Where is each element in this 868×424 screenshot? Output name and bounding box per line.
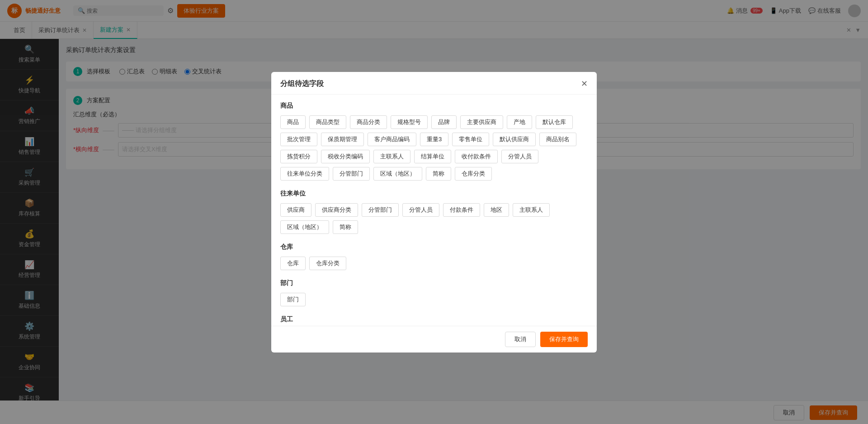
modal-cancel-btn[interactable]: 取消	[505, 332, 536, 347]
field-tag[interactable]: 供应商分类	[315, 203, 358, 217]
field-tag[interactable]: 收付款条件	[455, 150, 498, 163]
modal-confirm-btn[interactable]: 保存并查询	[540, 332, 588, 347]
field-section-partner-title: 往来单位	[280, 190, 588, 198]
field-tag[interactable]: 商品分类	[350, 115, 387, 129]
field-section-warehouse: 仓库 仓库 仓库分类	[280, 243, 588, 270]
field-tag[interactable]: 主联系人	[513, 203, 550, 217]
modal-footer: 取消 保存并查询	[271, 326, 597, 353]
field-tag[interactable]: 零售单位	[452, 133, 489, 146]
field-section-product-title: 商品	[280, 102, 588, 110]
field-tag[interactable]: 保质期管理	[321, 133, 364, 146]
field-tag[interactable]: 商品类型	[309, 115, 346, 129]
field-tag[interactable]: 供应商	[280, 203, 311, 217]
field-tag[interactable]: 简称	[333, 220, 358, 234]
field-section-dept-title: 部门	[280, 279, 588, 287]
field-tag[interactable]: 仓库	[280, 257, 306, 270]
field-section-warehouse-title: 仓库	[280, 243, 588, 251]
field-tag[interactable]: 批次管理	[280, 133, 317, 146]
field-section-employee-title: 员工	[280, 315, 588, 324]
field-tag[interactable]: 仓库分类	[455, 167, 492, 181]
field-tag[interactable]: 默认供应商	[493, 133, 536, 146]
field-section-partner: 往来单位 供应商 供应商分类 分管部门 分管人员 付款条件 地区 主联系人 区域…	[280, 190, 588, 234]
field-tag[interactable]: 规格型号	[391, 115, 428, 129]
field-tag[interactable]: 拣货积分	[280, 150, 317, 163]
field-tags-product: 商品 商品类型 商品分类 规格型号 品牌 主要供应商 产地 默认仓库 批次管理 …	[280, 115, 588, 181]
field-section-dept: 部门 部门	[280, 279, 588, 306]
field-tag[interactable]: 税收分类编码	[321, 150, 370, 163]
field-tag[interactable]: 商品	[280, 115, 306, 129]
field-tag[interactable]: 分管部门	[362, 203, 399, 217]
field-tag[interactable]: 地区	[484, 203, 509, 217]
field-tags-warehouse: 仓库 仓库分类	[280, 257, 588, 270]
field-tag[interactable]: 主联系人	[373, 150, 410, 163]
field-tag[interactable]: 分管人员	[402, 203, 439, 217]
modal-overlay: 分组待选字段 ✕ 商品 商品 商品类型 商品分类 规格型号 品牌 主要供应商 产…	[0, 0, 868, 424]
field-tag[interactable]: 分管部门	[333, 167, 370, 181]
field-tag[interactable]: 区域（地区）	[280, 220, 329, 234]
field-tags-dept: 部门	[280, 293, 588, 306]
field-tag[interactable]: 主要供应商	[460, 115, 503, 129]
modal-title: 分组待选字段	[280, 79, 324, 89]
field-tag[interactable]: 重量3	[420, 133, 448, 146]
modal-header: 分组待选字段 ✕	[271, 72, 597, 95]
field-tag[interactable]: 仓库分类	[309, 257, 346, 270]
modal-close-btn[interactable]: ✕	[581, 80, 588, 88]
field-section-employee: 员工 业务员	[280, 315, 588, 326]
field-tag[interactable]: 结算单位	[414, 150, 451, 163]
field-section-product: 商品 商品 商品类型 商品分类 规格型号 品牌 主要供应商 产地 默认仓库 批次…	[280, 102, 588, 181]
modal-body: 商品 商品 商品类型 商品分类 规格型号 品牌 主要供应商 产地 默认仓库 批次…	[271, 95, 597, 326]
modal: 分组待选字段 ✕ 商品 商品 商品类型 商品分类 规格型号 品牌 主要供应商 产…	[271, 72, 597, 353]
field-tag[interactable]: 产地	[507, 115, 532, 129]
field-tag[interactable]: 商品别名	[539, 133, 576, 146]
field-tag[interactable]: 客户商品编码	[368, 133, 416, 146]
field-tag[interactable]: 往来单位分类	[280, 167, 329, 181]
field-tag[interactable]: 默认仓库	[536, 115, 573, 129]
field-tags-partner: 供应商 供应商分类 分管部门 分管人员 付款条件 地区 主联系人 区域（地区） …	[280, 203, 588, 234]
field-tag[interactable]: 简称	[426, 167, 451, 181]
field-tag[interactable]: 品牌	[431, 115, 457, 129]
field-tag[interactable]: 付款条件	[443, 203, 480, 217]
field-tag[interactable]: 分管人员	[501, 150, 538, 163]
field-tag[interactable]: 区域（地区）	[373, 167, 422, 181]
field-tag[interactable]: 部门	[280, 293, 306, 306]
